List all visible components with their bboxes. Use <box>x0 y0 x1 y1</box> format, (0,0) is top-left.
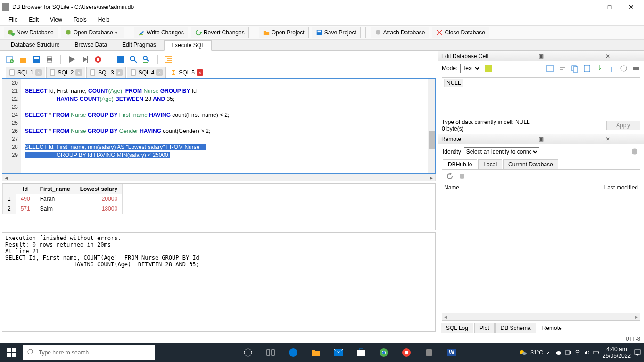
save-project-button[interactable]: Save Project <box>312 27 361 38</box>
temperature[interactable]: 31°C <box>530 349 543 356</box>
chevron-up-icon[interactable] <box>546 349 553 356</box>
horizontal-scrollbar[interactable]: ◂▸ <box>2 174 436 181</box>
tab-browse-data[interactable]: Browse Data <box>67 40 114 50</box>
auto-format-icon[interactable] <box>484 64 493 73</box>
sql-tab-2[interactable]: SQL 2× <box>46 67 86 78</box>
word-icon[interactable]: W <box>442 343 462 362</box>
volume-icon[interactable] <box>584 349 590 356</box>
tab-edit-pragmas[interactable]: Edit Pragmas <box>115 40 163 50</box>
menu-help[interactable]: Help <box>93 16 115 24</box>
close-tab-icon[interactable]: × <box>35 69 42 76</box>
remote-list[interactable]: NameLast modified <box>442 183 640 313</box>
close-tab-icon[interactable]: × <box>116 69 123 76</box>
undock-icon[interactable]: ▣ <box>508 136 574 142</box>
menu-tools[interactable]: Tools <box>69 16 91 24</box>
null-icon[interactable] <box>619 64 628 73</box>
cortana-icon[interactable] <box>261 343 281 362</box>
tab-database-structure[interactable]: Database Structure <box>4 40 66 50</box>
open-project-button[interactable]: Open Project <box>259 27 309 38</box>
subtab-current[interactable]: Current Database <box>503 159 558 169</box>
paste-icon[interactable] <box>583 64 591 73</box>
taskbar-search[interactable]: Type here to search <box>23 345 155 360</box>
sql-tab-4[interactable]: SQL 4× <box>127 67 166 78</box>
maximize-button[interactable]: □ <box>599 0 620 14</box>
close-tab-icon[interactable]: × <box>75 69 82 76</box>
copy-icon[interactable] <box>570 64 579 73</box>
revert-changes-button[interactable]: Revert Changes <box>191 27 249 38</box>
edge-icon[interactable] <box>283 343 303 362</box>
print-cell-icon[interactable] <box>632 64 640 73</box>
btab-plot[interactable]: Plot <box>474 323 495 333</box>
open-sql-icon[interactable] <box>19 55 27 64</box>
cell-editor[interactable]: NULL <box>442 77 640 115</box>
sql-tab-5[interactable]: SQL 5× <box>167 67 206 78</box>
push-icon[interactable] <box>630 147 639 156</box>
col-modified[interactable]: Last modified <box>604 184 638 191</box>
find-replace-icon[interactable] <box>142 55 151 64</box>
table-row[interactable]: 2571Saim18000 <box>3 204 123 214</box>
new-sql-tab-icon[interactable] <box>6 55 14 64</box>
execute-icon[interactable] <box>67 55 76 64</box>
new-database-button[interactable]: New Database <box>4 27 58 38</box>
refresh-icon[interactable] <box>446 173 454 180</box>
sql-tab-1[interactable]: SQL 1× <box>6 67 45 78</box>
meet-now-icon[interactable] <box>565 349 571 356</box>
subtab-dbhub[interactable]: DBHub.io <box>443 159 477 169</box>
store-icon[interactable] <box>351 343 371 362</box>
mail-icon[interactable] <box>329 343 348 362</box>
col-id[interactable]: Id <box>16 184 35 194</box>
table-row[interactable]: 1490Farah20000 <box>3 194 123 204</box>
save-results-icon[interactable] <box>116 55 124 64</box>
db-browser-icon[interactable] <box>419 343 439 362</box>
find-icon[interactable] <box>129 55 138 64</box>
code-area[interactable]: SELECT Id, First_name, COUNT(Age) FROM N… <box>21 79 435 173</box>
start-button[interactable] <box>0 343 23 362</box>
save-sql-icon[interactable] <box>32 55 41 64</box>
indent-icon[interactable] <box>165 55 173 64</box>
sql-tab-3[interactable]: SQL 3× <box>86 67 126 78</box>
vertical-scrollbar[interactable] <box>428 79 435 173</box>
subtab-local[interactable]: Local <box>478 159 502 169</box>
btab-sqllog[interactable]: SQL Log <box>441 323 473 333</box>
apply-button[interactable]: Apply <box>606 121 640 130</box>
format-icon[interactable] <box>558 64 567 73</box>
close-panel-icon[interactable]: ✕ <box>574 53 641 59</box>
close-button[interactable]: ✕ <box>620 0 642 14</box>
chrome-icon[interactable] <box>374 343 394 362</box>
chrome2-icon[interactable] <box>396 343 416 362</box>
tab-execute-sql[interactable]: Execute SQL <box>164 40 212 51</box>
attach-database-button[interactable]: Attach Database <box>371 27 429 38</box>
btab-schema[interactable]: DB Schema <box>495 323 536 333</box>
clock[interactable]: 4:40 am25/05/2022 <box>603 346 631 360</box>
col-firstname[interactable]: First_name <box>35 184 75 194</box>
identity-select[interactable]: Select an identity to connect <box>464 147 539 156</box>
notifications-icon[interactable] <box>634 349 641 356</box>
btab-remote[interactable]: Remote <box>537 323 567 333</box>
close-panel-icon[interactable]: ✕ <box>574 136 641 142</box>
sql-editor[interactable]: 20212223242526272829 SELECT Id, First_na… <box>2 78 436 174</box>
open-database-button[interactable]: Open Database▾ <box>61 27 124 38</box>
undock-icon[interactable]: ▣ <box>508 53 574 59</box>
remote-h-scroll[interactable]: ◂▸ <box>442 313 640 320</box>
import-icon[interactable] <box>607 64 616 73</box>
menu-view[interactable]: View <box>45 16 67 24</box>
minimize-button[interactable]: – <box>577 0 599 14</box>
search-highlight-icon[interactable] <box>155 343 183 362</box>
task-view-icon[interactable] <box>238 343 258 362</box>
wifi-icon[interactable] <box>574 349 581 356</box>
print-icon[interactable] <box>45 55 54 64</box>
menu-file[interactable]: File <box>4 16 22 24</box>
battery-icon[interactable] <box>593 349 600 356</box>
execute-line-icon[interactable] <box>81 55 89 64</box>
col-lowest[interactable]: Lowest salary <box>75 184 122 194</box>
menu-edit[interactable]: Edit <box>24 16 43 24</box>
col-name[interactable]: Name <box>444 184 604 191</box>
clone-icon[interactable] <box>458 173 466 180</box>
export-icon[interactable] <box>595 64 603 73</box>
onedrive-icon[interactable] <box>555 349 562 356</box>
write-changes-button[interactable]: Write Changes <box>134 27 188 38</box>
output-log[interactable]: Execution finished without errors. Resul… <box>2 232 436 332</box>
stop-icon[interactable] <box>94 55 102 64</box>
text-icon[interactable] <box>546 64 554 73</box>
encoding-indicator[interactable]: UTF-8 <box>626 336 640 342</box>
